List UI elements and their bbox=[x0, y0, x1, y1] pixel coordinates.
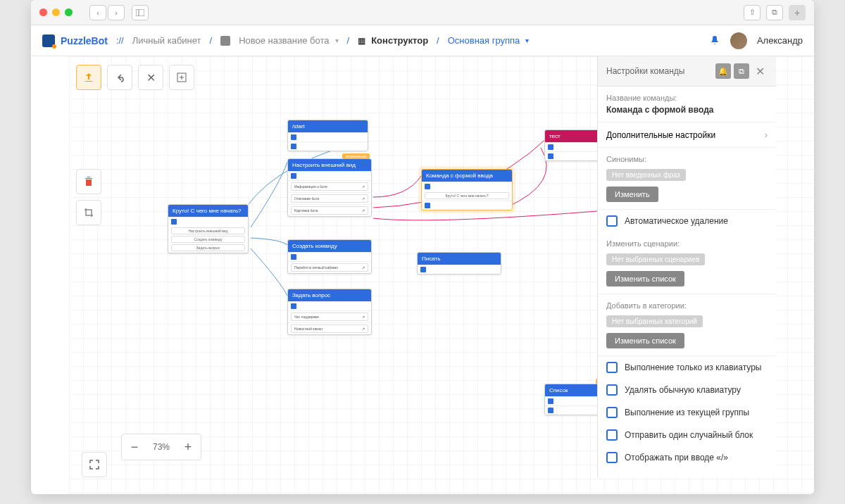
node-ask[interactable]: Задать вопрос Чат поддержки↗ Новостной к… bbox=[287, 289, 372, 335]
panel-more-settings[interactable]: Дополнительные настройки › bbox=[598, 122, 776, 148]
node-create[interactable]: Создать команду Перейти в личный кабинет… bbox=[287, 239, 372, 274]
sidebar-toggle-icon[interactable] bbox=[132, 5, 149, 20]
block-icon bbox=[548, 153, 553, 159]
tabs-icon[interactable]: ⧉ bbox=[766, 5, 783, 20]
node-header[interactable]: Писать bbox=[418, 253, 501, 265]
panel-copy-icon[interactable]: ⧉ bbox=[734, 63, 749, 79]
node-header[interactable]: Задать вопрос bbox=[288, 289, 371, 301]
edit-synonyms-button[interactable]: Изменить bbox=[606, 187, 658, 202]
node-button[interactable]: Информация о боте↗ bbox=[291, 182, 368, 191]
external-link-icon: ↗ bbox=[362, 196, 365, 201]
brand-name[interactable]: PuzzleBot bbox=[61, 35, 108, 46]
block-icon bbox=[420, 267, 426, 272]
check-remove-keyboard[interactable]: Удалять обычную клавиатуру bbox=[598, 379, 776, 401]
block-icon bbox=[291, 144, 296, 149]
check-label: Отправить один случайный блок bbox=[625, 430, 753, 440]
bot-icon bbox=[220, 36, 230, 46]
node-button[interactable]: Новостной канал↗ bbox=[291, 325, 368, 333]
node-header[interactable]: Команда с формой ввода bbox=[422, 170, 512, 182]
node-button[interactable]: Перейти в личный кабинет↗ bbox=[291, 263, 368, 272]
panel-goto-label: Переход к команде: bbox=[606, 476, 768, 477]
node-button[interactable]: Создать команду bbox=[171, 236, 245, 243]
app-header: PuzzleBot :// Личный кабинет / Новое наз… bbox=[31, 25, 814, 56]
block-icon bbox=[548, 144, 553, 150]
traffic-lights bbox=[39, 8, 73, 16]
external-link-icon: ↗ bbox=[362, 184, 365, 189]
block-icon bbox=[425, 184, 430, 189]
panel-scen-label: Изменить сценарии: bbox=[606, 239, 768, 248]
breadcrumb-bot[interactable]: Новое название бота bbox=[239, 35, 329, 46]
checkbox-icon[interactable] bbox=[606, 407, 618, 418]
breadcrumb-group[interactable]: Основная группа bbox=[448, 35, 520, 46]
check-auto-delete[interactable]: Автоматическое удаление bbox=[598, 210, 776, 232]
fullscreen-button[interactable] bbox=[82, 452, 107, 477]
external-link-icon: ↗ bbox=[362, 208, 365, 213]
check-show-on-slash[interactable]: Отображать при вводе «/» bbox=[598, 446, 776, 469]
node-header[interactable]: Круто! С чего мне начать? bbox=[168, 205, 248, 217]
minimize-window-icon[interactable] bbox=[52, 8, 60, 16]
add-block-button[interactable] bbox=[169, 65, 194, 90]
username[interactable]: Александр bbox=[757, 35, 803, 46]
close-window-icon[interactable] bbox=[39, 8, 47, 16]
edit-scenarios-button[interactable]: Изменить список bbox=[606, 271, 684, 286]
checkbox-icon[interactable] bbox=[606, 215, 618, 227]
checkbox-icon[interactable] bbox=[606, 384, 618, 396]
undo-button[interactable] bbox=[107, 65, 132, 90]
upload-button[interactable] bbox=[76, 65, 101, 90]
forward-button[interactable]: › bbox=[108, 5, 125, 20]
node-tag: опционально bbox=[342, 153, 370, 159]
delete-button[interactable] bbox=[76, 169, 101, 194]
back-button[interactable]: ‹ bbox=[89, 5, 106, 20]
breadcrumb-sep: / bbox=[210, 35, 213, 46]
panel-close-icon[interactable]: ✕ bbox=[752, 63, 768, 79]
zoom-out-button[interactable]: − bbox=[125, 437, 144, 457]
check-current-group[interactable]: Выполнение из текущей группы bbox=[598, 401, 776, 424]
share-icon[interactable]: ⇧ bbox=[744, 5, 760, 20]
logo-icon bbox=[42, 34, 55, 47]
chevron-down-icon[interactable]: ▾ bbox=[335, 37, 339, 44]
node-write[interactable]: Писать bbox=[417, 252, 501, 275]
panel-notify-icon[interactable]: 🔔 bbox=[715, 63, 731, 79]
block-icon bbox=[291, 173, 296, 179]
chevron-down-icon[interactable]: ▾ bbox=[525, 37, 529, 44]
check-label: Автоматическое удаление bbox=[625, 216, 728, 226]
node-button[interactable]: Настроить внешний вид bbox=[171, 227, 245, 234]
check-keyboard-only[interactable]: Выполнение только из клавиатуры bbox=[598, 356, 776, 379]
checkbox-icon[interactable] bbox=[606, 429, 618, 441]
breadcrumb-dashboard[interactable]: Личный кабинет bbox=[132, 35, 201, 46]
node-start[interactable]: /start bbox=[287, 120, 368, 151]
maximize-window-icon[interactable] bbox=[65, 8, 73, 16]
check-label: Выполнение только из клавиатуры bbox=[625, 363, 761, 372]
new-tab-button[interactable]: + bbox=[789, 5, 806, 20]
node-greet[interactable]: Круто! С чего мне начать? Настроить внеш… bbox=[168, 204, 249, 253]
check-random-block[interactable]: Отправить один случайный блок bbox=[598, 424, 776, 446]
node-form[interactable]: Команда с формой ввода Круто! С чего мне… bbox=[421, 169, 513, 210]
checkbox-icon[interactable] bbox=[606, 452, 618, 463]
node-appearance[interactable]: опционально Настроить внешний вид Информ… bbox=[287, 158, 372, 217]
crop-button[interactable] bbox=[76, 200, 101, 225]
node-header[interactable]: /start bbox=[288, 120, 368, 132]
panel-syn-label: Синонимы: bbox=[606, 155, 768, 163]
zoom-value: 73% bbox=[150, 442, 173, 452]
block-icon bbox=[171, 219, 177, 225]
panel-cat-label: Добавить в категории: bbox=[606, 301, 768, 310]
close-button[interactable]: ✕ bbox=[138, 65, 163, 90]
node-button[interactable]: Чат поддержки↗ bbox=[291, 313, 368, 321]
block-icon bbox=[548, 398, 553, 404]
grid-icon: ▦ bbox=[358, 36, 365, 46]
node-button[interactable]: Задать вопрос bbox=[171, 244, 245, 251]
panel-name-value[interactable]: Команда с формой ввода bbox=[606, 105, 768, 115]
node-button[interactable]: Круто! С чего мне начать? bbox=[425, 192, 509, 199]
zoom-in-button[interactable]: + bbox=[178, 437, 198, 457]
block-icon bbox=[548, 408, 553, 413]
node-header[interactable]: Создать команду bbox=[288, 240, 371, 252]
node-header[interactable]: Настроить внешний вид bbox=[288, 159, 371, 171]
breadcrumb-constructor[interactable]: Конструктор bbox=[371, 35, 428, 46]
notifications-icon[interactable] bbox=[709, 35, 720, 46]
avatar[interactable] bbox=[730, 32, 747, 49]
node-button[interactable]: Картинка бота↗ bbox=[291, 206, 368, 215]
checkbox-icon[interactable] bbox=[606, 362, 618, 373]
panel-header: Настройки команды 🔔 ⧉ ✕ bbox=[598, 56, 776, 87]
edit-categories-button[interactable]: Изменить список bbox=[606, 333, 684, 348]
node-button[interactable]: Описание бота↗ bbox=[291, 194, 368, 203]
